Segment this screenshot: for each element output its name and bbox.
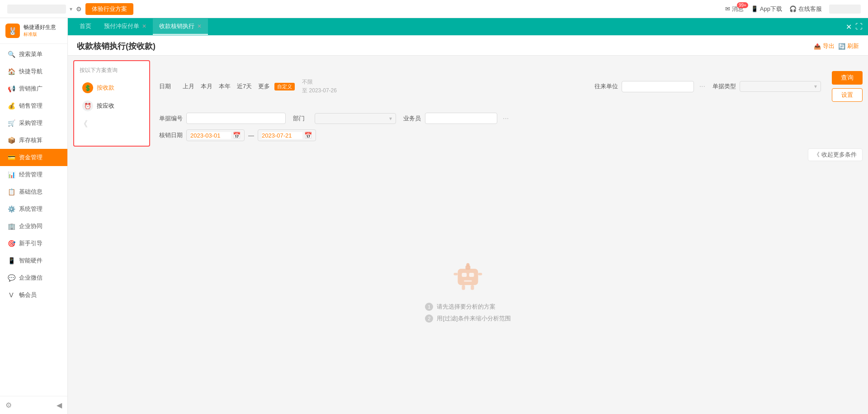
message-icon: ✉ [725, 5, 730, 12]
date-more[interactable]: 更多 [256, 81, 272, 91]
staff-more-icon[interactable]: ··· [503, 114, 509, 123]
doc-no-input[interactable] [186, 113, 286, 124]
hint-num-1: 1 [425, 303, 433, 311]
query-settings-col: 查询 设置 [828, 66, 863, 107]
writeoff-date-label: 核销日期 [159, 131, 183, 139]
filter-option-label-by-receivable: 按应收 [97, 102, 114, 110]
staff-label: 业务员 [403, 114, 421, 123]
close-tab-icon[interactable]: ✕ [846, 23, 852, 31]
date-field: 日期 上月 本月 本年 近7天 更多 自定义 [159, 81, 295, 91]
brand-chevron-icon[interactable]: ▾ [70, 6, 72, 12]
filter-sidebar-title: 按以下方案查询 [78, 67, 146, 74]
empty-hint-2: 2 用[过滤]条件来缩小分析范围 [425, 314, 510, 323]
app-download-label: App下载 [760, 5, 782, 13]
search-label: 搜索菜单 [19, 50, 42, 58]
page-title-row: 收款核销执行(按收款) 📤 导出 🔄 刷新 [77, 41, 859, 55]
sidebar-item-wechat[interactable]: 💬 企业微信 [0, 269, 67, 286]
doc-no-field: 单据编号 [159, 113, 286, 124]
doc-type-select[interactable]: ▾ [740, 81, 821, 92]
date-this-month[interactable]: 本月 [199, 81, 214, 91]
online-service-wrap[interactable]: 🎧 在线客服 [789, 5, 822, 13]
writeoff-end-calendar-icon[interactable]: 📅 [304, 132, 312, 139]
date-7days[interactable]: 近7天 [235, 81, 254, 91]
tab-collection[interactable]: 收款核销执行✕ [153, 19, 208, 35]
sidebar-item-purchase[interactable]: 🛒 采购管理 [0, 114, 67, 132]
solution-button[interactable]: 体验行业方案 [85, 3, 133, 15]
topbar-gear-icon[interactable]: ⚙ [76, 5, 82, 13]
refresh-button[interactable]: 🔄 刷新 [838, 42, 859, 50]
app-download-wrap[interactable]: 📱 App下载 [751, 5, 782, 13]
tab-prepay[interactable]: 预付冲应付单✕ [98, 19, 153, 35]
writeoff-start-wrap[interactable]: 📅 [186, 129, 245, 141]
messages-badge: 99+ [737, 2, 748, 8]
date-last-month[interactable]: 上月 [181, 81, 196, 91]
export-button[interactable]: 📤 导出 [814, 42, 835, 50]
filter-row-1: 日期 上月 本月 本年 近7天 更多 自定义 不限 [159, 66, 863, 107]
filter-row-3: 核销日期 📅 — 📅 [159, 129, 863, 141]
staff-input[interactable] [425, 113, 497, 124]
date-custom-badge[interactable]: 自定义 [274, 83, 295, 90]
expand-tab-icon[interactable]: ⛶ [855, 23, 863, 31]
hint-num-2: 2 [425, 314, 433, 323]
writeoff-end-input[interactable] [262, 132, 302, 139]
sidebar-item-guide[interactable]: 🎯 新手引导 [0, 235, 67, 252]
doc-type-label: 单据类型 [712, 82, 736, 90]
query-button[interactable]: 查询 [832, 71, 863, 85]
counterpart-more-icon[interactable]: ··· [699, 82, 705, 90]
sidebar-item-finance[interactable]: 💳 资金管理 [0, 149, 67, 166]
filter-option-by-receivable[interactable]: ⏰ 按应收 [78, 97, 146, 115]
dept-chevron: ▾ [389, 115, 392, 122]
layout: 🐰 畅捷通好生意 标准版 🔍 搜索菜单 🏠 快捷导航 📢 营销推广 💰 销售管理… [0, 0, 868, 414]
filter-option-by-receipt[interactable]: 💲 按收款 [78, 79, 146, 97]
user-area[interactable] [829, 5, 861, 14]
doc-no-label: 单据编号 [159, 114, 183, 123]
tab-bar-actions: ✕ ⛶ [846, 23, 863, 31]
sidebar-item-member[interactable]: V 畅会员 [0, 286, 67, 304]
search-icon: 🔍 [7, 51, 15, 58]
counterpart-input[interactable] [622, 81, 694, 92]
svg-rect-0 [458, 269, 478, 285]
dept-select[interactable]: ▾ [315, 113, 396, 124]
refresh-label: 刷新 [847, 42, 859, 50]
writeoff-start-calendar-icon[interactable]: 📅 [233, 132, 241, 139]
filter-collapse-icon[interactable]: 《 [78, 117, 146, 131]
finance-icon: 💳 [7, 154, 15, 161]
sidebar-item-enterprise[interactable]: 🏢 企业协同 [0, 218, 67, 235]
top-bar-left: ▾ ⚙ 体验行业方案 [7, 3, 725, 15]
sidebar-item-system[interactable]: ⚙️ 系统管理 [0, 200, 67, 218]
top-bar: ▾ ⚙ 体验行业方案 ✉ 消息 99+ 📱 App下载 🎧 在线客服 [0, 0, 868, 18]
hint-text-2: 用[过滤]条件来缩小分析范围 [437, 314, 510, 323]
sidebar-item-search[interactable]: 🔍 搜索菜单 [0, 46, 67, 63]
settings-button[interactable]: 设置 [832, 88, 863, 102]
collapse-more-button[interactable]: 《 收起更多条件 [808, 148, 863, 161]
sidebar-item-sales[interactable]: 💰 销售管理 [0, 97, 67, 114]
writeoff-end-wrap[interactable]: 📅 [258, 129, 316, 141]
tab-close-prepay[interactable]: ✕ [142, 23, 146, 29]
logo-icon: 🐰 [5, 24, 20, 38]
svg-rect-8 [462, 285, 465, 290]
sidebar-bottom: ⚙ ◀ [0, 396, 67, 414]
top-bar-right: ✉ 消息 99+ 📱 App下载 🎧 在线客服 [725, 5, 861, 14]
date-label: 日期 [159, 82, 177, 90]
sidebar-collapse-icon[interactable]: ◀ [57, 401, 62, 409]
basic-info-icon: 📋 [7, 188, 15, 195]
sidebar-item-marketing[interactable]: 📢 营销推广 [0, 80, 67, 97]
sales-icon: 💰 [7, 102, 15, 109]
quick-nav-icon: 🏠 [7, 68, 15, 75]
collapse-more-row: 《 收起更多条件 [73, 147, 863, 165]
page-header-actions: 📤 导出 🔄 刷新 [814, 42, 859, 50]
brand-area [7, 5, 66, 14]
sidebar-item-basic-info[interactable]: 📋 基础信息 [0, 183, 67, 200]
logo-text-wrap: 畅捷通好生意 标准版 [24, 24, 56, 38]
sidebar-item-management[interactable]: 📊 经营管理 [0, 166, 67, 183]
sidebar-item-inventory[interactable]: 📦 库存核算 [0, 132, 67, 149]
messages-wrap[interactable]: ✉ 消息 99+ [725, 5, 744, 13]
sidebar-item-hardware[interactable]: 📱 智能硬件 [0, 252, 67, 269]
date-this-year[interactable]: 本年 [217, 81, 232, 91]
sidebar-item-quick-nav[interactable]: 🏠 快捷导航 [0, 63, 67, 80]
svg-rect-1 [462, 273, 467, 277]
writeoff-start-input[interactable] [190, 132, 231, 139]
settings-icon[interactable]: ⚙ [5, 401, 12, 409]
tab-close-collection[interactable]: ✕ [197, 23, 202, 29]
tab-home[interactable]: 首页 [73, 19, 98, 35]
